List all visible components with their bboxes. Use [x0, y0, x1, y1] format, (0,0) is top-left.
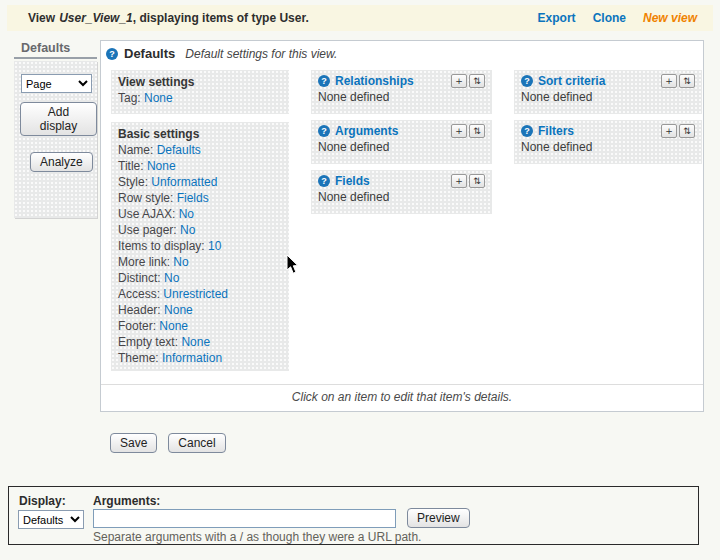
- setting-label: Items to display:: [118, 239, 205, 253]
- setting-row: Use pager: No: [118, 222, 282, 238]
- rearrange-icon[interactable]: ⇅: [679, 124, 695, 138]
- setting-label: Distinct:: [118, 271, 161, 285]
- setting-row: Empty text: None: [118, 334, 282, 350]
- setting-value-link[interactable]: Unformatted: [151, 175, 217, 189]
- setting-row: Tag: None: [118, 90, 282, 106]
- analyze-button[interactable]: Analyze: [30, 152, 93, 172]
- export-link[interactable]: Export: [538, 11, 576, 25]
- fields-actions: + ⇅: [451, 174, 485, 188]
- setting-row: Theme: Information: [118, 350, 282, 366]
- setting-label: Theme:: [118, 351, 159, 365]
- add-icon[interactable]: +: [451, 174, 467, 188]
- setting-value-link[interactable]: 10: [208, 239, 221, 253]
- setting-value-link[interactable]: Defaults: [157, 143, 201, 157]
- add-icon[interactable]: +: [451, 124, 467, 138]
- setting-value-link[interactable]: Fields: [177, 191, 209, 205]
- setting-row: Access: Unrestricted: [118, 286, 282, 302]
- arguments-box: ? Arguments + ⇅ None defined: [311, 120, 492, 164]
- setting-value-link[interactable]: Unrestricted: [163, 287, 228, 301]
- setting-label: Row style:: [118, 191, 173, 205]
- view-summary-suffix: , displaying items of type User.: [133, 11, 309, 25]
- fields-header: ? Fields + ⇅: [318, 174, 485, 188]
- preview-button[interactable]: Preview: [407, 508, 470, 528]
- new-view-link[interactable]: New view: [643, 11, 697, 25]
- setting-value-link[interactable]: None: [147, 159, 176, 173]
- setting-value-link[interactable]: No: [179, 207, 194, 221]
- help-icon[interactable]: ?: [521, 125, 533, 137]
- tab-defaults[interactable]: Defaults: [14, 40, 97, 59]
- add-icon[interactable]: +: [661, 124, 677, 138]
- setting-row: Use AJAX: No: [118, 206, 282, 222]
- filters-empty-text: None defined: [521, 140, 695, 154]
- setting-label: Title:: [118, 159, 144, 173]
- setting-value-link[interactable]: No: [180, 223, 195, 237]
- fields-box: ? Fields + ⇅ None defined: [311, 170, 492, 214]
- panel-subtitle: Default settings for this view.: [185, 47, 337, 61]
- view-editor-panel: ? Defaults Default settings for this vie…: [100, 40, 704, 412]
- help-icon[interactable]: ?: [318, 125, 330, 137]
- display-controls-box: Page Add display Analyze: [14, 61, 97, 218]
- sort-criteria-empty-text: None defined: [521, 90, 695, 104]
- setting-row: Header: None: [118, 302, 282, 318]
- clone-link[interactable]: Clone: [593, 11, 626, 25]
- setting-label: Style:: [118, 175, 148, 189]
- arguments-title-link[interactable]: Arguments: [335, 124, 398, 138]
- rearrange-icon[interactable]: ⇅: [469, 74, 485, 88]
- rearrange-icon[interactable]: ⇅: [679, 74, 695, 88]
- setting-row: Footer: None: [118, 318, 282, 334]
- add-icon[interactable]: +: [451, 74, 467, 88]
- fields-empty-text: None defined: [318, 190, 485, 204]
- setting-value-link[interactable]: None: [144, 91, 173, 105]
- relationships-actions: + ⇅: [451, 74, 485, 88]
- panel-header: ? Defaults Default settings for this vie…: [106, 46, 337, 61]
- live-preview-panel: Display: Defaults Arguments: Preview Sep…: [8, 486, 699, 545]
- help-icon[interactable]: ?: [521, 75, 533, 87]
- display-type-select[interactable]: Page: [21, 74, 92, 93]
- setting-value-link[interactable]: Information: [162, 351, 222, 365]
- header-links: Export Clone New view: [538, 11, 697, 25]
- setting-row: Distinct: No: [118, 270, 282, 286]
- save-button[interactable]: Save: [110, 433, 157, 453]
- arguments-label: Arguments:: [93, 494, 160, 508]
- sort-criteria-title-link[interactable]: Sort criteria: [538, 74, 605, 88]
- basic-settings-title: Basic settings: [118, 126, 282, 142]
- panel-footer-note: Click on an item to edit that item's det…: [101, 384, 703, 411]
- rearrange-icon[interactable]: ⇅: [469, 124, 485, 138]
- add-display-button[interactable]: Add display: [20, 102, 97, 136]
- view-summary-prefix: View: [28, 11, 55, 25]
- setting-label: Tag:: [118, 91, 141, 105]
- sort-criteria-box: ? Sort criteria + ⇅ None defined: [514, 70, 702, 114]
- setting-label: Name:: [118, 143, 153, 157]
- cancel-button[interactable]: Cancel: [168, 433, 225, 453]
- relationships-header: ? Relationships + ⇅: [318, 74, 485, 88]
- setting-label: Empty text:: [118, 335, 178, 349]
- setting-label: Footer:: [118, 319, 156, 333]
- setting-value-link[interactable]: No: [164, 271, 179, 285]
- form-actions: Save Cancel: [110, 433, 226, 453]
- preview-display-select[interactable]: Defaults: [18, 510, 84, 529]
- setting-value-link[interactable]: None: [181, 335, 210, 349]
- setting-row: Items to display: 10: [118, 238, 282, 254]
- add-icon[interactable]: +: [661, 74, 677, 88]
- arguments-actions: + ⇅: [451, 124, 485, 138]
- setting-label: Use AJAX:: [118, 207, 175, 221]
- setting-value-link[interactable]: No: [173, 255, 188, 269]
- basic-settings-box: Basic settings Name: Defaults Title: Non…: [111, 122, 289, 371]
- help-icon[interactable]: ?: [318, 75, 330, 87]
- arguments-input[interactable]: [93, 509, 396, 528]
- setting-value-link[interactable]: None: [159, 319, 188, 333]
- view-name: User_View_1: [59, 11, 133, 25]
- sort-criteria-header: ? Sort criteria + ⇅: [521, 74, 695, 88]
- help-icon[interactable]: ?: [318, 175, 330, 187]
- setting-label: Header:: [118, 303, 161, 317]
- setting-value-link[interactable]: None: [164, 303, 193, 317]
- fields-title-link[interactable]: Fields: [335, 174, 370, 188]
- filters-title-link[interactable]: Filters: [538, 124, 574, 138]
- help-icon[interactable]: ?: [106, 48, 118, 60]
- relationships-title-link[interactable]: Relationships: [335, 74, 414, 88]
- views-ui-page: View User_View_1 , displaying items of t…: [0, 0, 720, 560]
- setting-row: Name: Defaults: [118, 142, 282, 158]
- rearrange-icon[interactable]: ⇅: [469, 174, 485, 188]
- setting-label: More link:: [118, 255, 170, 269]
- view-summary-bar: View User_View_1 , displaying items of t…: [7, 5, 713, 31]
